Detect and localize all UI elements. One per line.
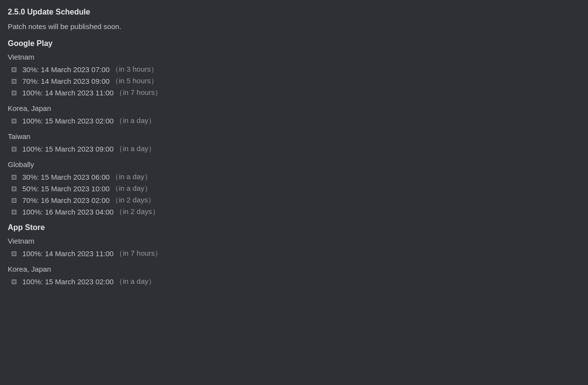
relative-time: （in a day）: [111, 184, 152, 193]
bullet-icon: [12, 67, 16, 72]
bullet-icon: [12, 186, 16, 191]
schedule-list-1-1: 100%: 15 March 2023 02:00 （in a day）: [8, 277, 580, 286]
list-item: 100%: 14 March 2023 11:00 （in 7 hours）: [12, 249, 580, 258]
relative-time: （in 5 hours）: [111, 77, 158, 86]
bullet-icon: [12, 147, 16, 152]
bullet-icon: [12, 119, 16, 123]
relative-time: （in 7 hours）: [115, 249, 162, 258]
platform-0: Google PlayVietnam30%: 14 March 2023 07:…: [8, 39, 580, 216]
relative-time: （in a day）: [115, 277, 156, 286]
schedule-text: 30%: 15 March 2023 06:00: [22, 173, 110, 181]
region-title-0-3: Globally: [8, 160, 580, 169]
bullet-icon: [12, 91, 16, 95]
schedule-text: 70%: 16 March 2023 02:00: [22, 196, 110, 204]
schedule-list-0-2: 100%: 15 March 2023 09:00 （in a day）: [8, 144, 580, 154]
schedule-text: 100%: 14 March 2023 11:00: [22, 89, 113, 97]
list-item: 100%: 15 March 2023 02:00 （in a day）: [12, 277, 580, 286]
region-1-1: Korea, Japan100%: 15 March 2023 02:00 （i…: [8, 265, 580, 286]
region-title-1-0: Vietnam: [8, 237, 580, 245]
list-item: 30%: 15 March 2023 06:00 （in a day）: [12, 172, 580, 182]
bullet-icon: [12, 79, 16, 84]
region-0-0: Vietnam30%: 14 March 2023 07:00 （in 3 ho…: [8, 53, 580, 97]
relative-time: （in 2 days）: [115, 207, 159, 216]
list-item: 70%: 16 March 2023 02:00 （in 2 days）: [12, 196, 580, 205]
page-container: 2.5.0 Update Schedule Patch notes will b…: [8, 8, 580, 286]
schedule-list-1-0: 100%: 14 March 2023 11:00 （in 7 hours）: [8, 249, 580, 258]
list-item: 70%: 14 March 2023 09:00 （in 5 hours）: [12, 77, 580, 86]
bullet-icon: [12, 198, 16, 203]
platform-1: App StoreVietnam100%: 14 March 2023 11:0…: [8, 223, 580, 286]
region-title-0-1: Korea, Japan: [8, 104, 580, 112]
schedule-text: 100%: 15 March 2023 09:00: [22, 145, 113, 153]
relative-time: （in a day）: [111, 172, 152, 182]
list-item: 100%: 15 March 2023 02:00 （in a day）: [12, 116, 580, 125]
schedule-list-0-1: 100%: 15 March 2023 02:00 （in a day）: [8, 116, 580, 125]
platform-title-0: Google Play: [8, 39, 580, 48]
schedule-text: 100%: 15 March 2023 02:00: [22, 117, 113, 125]
relative-time: （in 2 days）: [111, 196, 155, 205]
schedule-text: 70%: 14 March 2023 09:00: [22, 77, 110, 85]
list-item: 30%: 14 March 2023 07:00 （in 3 hours）: [12, 65, 580, 74]
region-title-0-0: Vietnam: [8, 53, 580, 61]
region-0-2: Taiwan100%: 15 March 2023 09:00 （in a da…: [8, 132, 580, 154]
schedule-text: 100%: 14 March 2023 11:00: [22, 249, 113, 258]
region-title-0-2: Taiwan: [8, 132, 580, 140]
schedule-list-0-0: 30%: 14 March 2023 07:00 （in 3 hours）70%…: [8, 65, 580, 97]
schedule-text: 100%: 16 March 2023 04:00: [22, 208, 113, 216]
region-title-1-1: Korea, Japan: [8, 265, 580, 273]
list-item: 100%: 14 March 2023 11:00 （in 7 hours）: [12, 88, 580, 97]
bullet-icon: [12, 210, 16, 215]
region-0-1: Korea, Japan100%: 15 March 2023 02:00 （i…: [8, 104, 580, 125]
bullet-icon: [12, 251, 16, 256]
schedule-text: 50%: 15 March 2023 10:00: [22, 185, 110, 193]
platforms-container: Google PlayVietnam30%: 14 March 2023 07:…: [8, 39, 580, 286]
relative-time: （in a day）: [115, 144, 156, 154]
schedule-list-0-3: 30%: 15 March 2023 06:00 （in a day）50%: …: [8, 172, 580, 216]
region-1-0: Vietnam100%: 14 March 2023 11:00 （in 7 h…: [8, 237, 580, 258]
list-item: 50%: 15 March 2023 10:00 （in a day）: [12, 184, 580, 193]
relative-time: （in 7 hours）: [115, 88, 162, 97]
bullet-icon: [12, 279, 16, 284]
page-title: 2.5.0 Update Schedule: [8, 8, 580, 16]
schedule-text: 100%: 15 March 2023 02:00: [22, 277, 113, 286]
platform-title-1: App Store: [8, 223, 580, 232]
list-item: 100%: 16 March 2023 04:00 （in 2 days）: [12, 207, 580, 216]
patch-notes-text: Patch notes will be published soon.: [8, 22, 580, 31]
relative-time: （in a day）: [115, 116, 156, 125]
relative-time: （in 3 hours）: [111, 65, 158, 74]
schedule-text: 30%: 14 March 2023 07:00: [22, 65, 110, 74]
list-item: 100%: 15 March 2023 09:00 （in a day）: [12, 144, 580, 154]
region-0-3: Globally30%: 15 March 2023 06:00 （in a d…: [8, 160, 580, 216]
bullet-icon: [12, 175, 16, 180]
